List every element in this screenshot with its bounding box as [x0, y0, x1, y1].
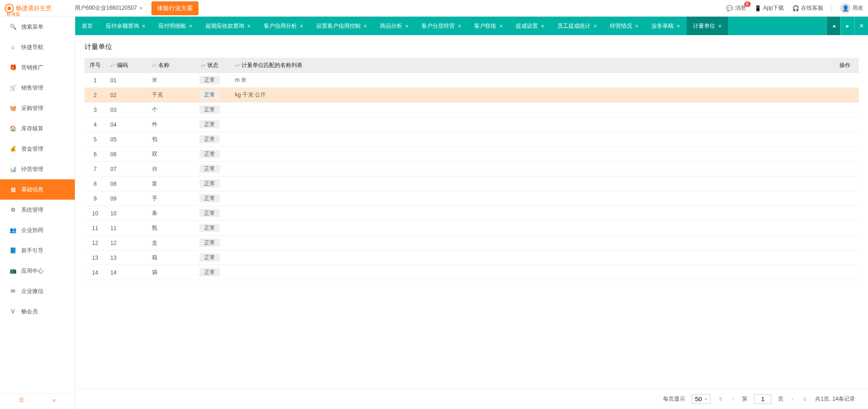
table-row[interactable]: 606双正常 — [84, 147, 859, 162]
sidebar-item-gear[interactable]: ⚙系统管理 — [0, 200, 75, 220]
close-icon[interactable]: ✕ — [718, 24, 722, 29]
app-download-button[interactable]: 📱 App下载 — [754, 4, 784, 12]
status-badge: 正常 — [199, 268, 220, 276]
close-icon[interactable]: ✕ — [189, 24, 193, 29]
last-page-button[interactable]: ⤋ — [801, 396, 808, 403]
trial-plan-button[interactable]: 体验行业方案 — [151, 1, 199, 15]
table-row[interactable]: 505包正常 — [84, 132, 859, 147]
sidebar-footer-icon[interactable]: ☵ — [19, 397, 24, 403]
first-page-button[interactable]: ⤊ — [717, 396, 724, 403]
sidebar-item-wallet[interactable]: 💰资金管理 — [0, 139, 75, 159]
close-icon[interactable]: ✕ — [593, 24, 597, 29]
sidebar-item-home[interactable]: ⌂快捷导航 — [0, 37, 75, 57]
sidebar-item-apps[interactable]: 📺应用中心 — [0, 261, 75, 281]
sidebar-item-gift[interactable]: 🎁营销推广 — [0, 57, 75, 78]
close-icon[interactable]: ✕ — [247, 24, 251, 29]
tab-提成设置[interactable]: 提成设置✕ — [509, 17, 551, 35]
sidebar-collapse-button[interactable]: « — [53, 397, 56, 403]
cell-match — [230, 191, 831, 206]
sidebar-item-team[interactable]: 👥企业协同 — [0, 220, 75, 240]
tab-设置客户信用控制[interactable]: 设置客户信用控制✕ — [310, 17, 374, 35]
tab-超期应收款查询[interactable]: 超期应收款查询✕ — [199, 17, 257, 35]
tab-客户分层经营[interactable]: 客户分层经营✕ — [415, 17, 468, 35]
sidebar-item-label: 销售管理 — [21, 84, 43, 92]
table-row[interactable]: 707台正常 — [84, 162, 859, 177]
chevron-down-icon: ▾ — [140, 6, 142, 11]
table-row[interactable]: 101米正常m 米 — [84, 73, 859, 88]
sidebar-item-cart[interactable]: 🛒销售管理 — [0, 78, 75, 98]
table-row[interactable]: 1111瓶正常 — [84, 221, 859, 236]
cell-op — [831, 88, 859, 103]
next-page-button[interactable]: › — [790, 396, 795, 403]
col-status[interactable]: ▴▾状态 — [189, 58, 230, 73]
message-icon: 💬 — [726, 5, 733, 12]
sidebar-item-warehouse[interactable]: 🏠库存核算 — [0, 118, 75, 139]
col-code[interactable]: ▴▾编码 — [106, 58, 147, 73]
info-icon: ▦ — [9, 186, 17, 193]
cell-code: 07 — [106, 162, 147, 177]
sidebar-item-wecom[interactable]: ✉企业微信 — [0, 281, 75, 301]
table-row[interactable]: 202千克正常kg 千克 公斤 — [84, 88, 859, 103]
table-row[interactable]: 404件正常 — [84, 117, 859, 132]
user-menu[interactable]: 👤 用友 — [840, 3, 863, 13]
tab-客户信用分析[interactable]: 客户信用分析✕ — [257, 17, 310, 35]
tab-客户联络[interactable]: 客户联络✕ — [468, 17, 509, 35]
tab-应付余额查询[interactable]: 应付余额查询✕ — [99, 17, 152, 35]
close-icon[interactable]: ✕ — [541, 24, 544, 29]
prev-page-button[interactable]: ‹ — [731, 396, 735, 403]
tab-scroll-left-button[interactable]: ◂ — [826, 17, 840, 35]
close-icon[interactable]: ✕ — [363, 24, 367, 29]
col-name[interactable]: ▴▾名称 — [147, 58, 189, 73]
table-row[interactable]: 1212盒正常 — [84, 236, 859, 250]
close-icon[interactable]: ✕ — [676, 24, 680, 29]
sort-icon: ▴▾ — [201, 64, 205, 67]
tab-scroll-right-button[interactable]: ▸ — [840, 17, 854, 35]
sidebar-item-book[interactable]: 📘新手引导 — [0, 240, 75, 261]
cell-seq: 10 — [84, 206, 106, 221]
page-input[interactable] — [754, 394, 772, 404]
cell-name: 米 — [147, 73, 189, 88]
sort-icon: ▴▾ — [110, 64, 115, 67]
logo[interactable]: 畅捷通好生意 标准版 — [5, 4, 52, 13]
online-service-button[interactable]: 🎧 在线客服 — [792, 4, 823, 12]
cell-match — [230, 221, 831, 236]
table-row[interactable]: 303个正常 — [84, 103, 859, 117]
tab-员工提成统计[interactable]: 员工提成统计✕ — [551, 17, 603, 35]
close-icon[interactable]: ✕ — [499, 24, 503, 29]
table-row[interactable]: 1414袋正常 — [84, 265, 859, 280]
sidebar-item-label: 企业微信 — [21, 287, 43, 295]
col-seq[interactable]: 序号 — [84, 58, 106, 73]
tab-label: 提成设置 — [516, 22, 538, 30]
close-icon[interactable]: ✕ — [635, 24, 639, 29]
tab-应付明细账[interactable]: 应付明细账✕ — [152, 17, 199, 35]
tab-首页[interactable]: 首页 — [75, 17, 99, 35]
tab-label: 应付明细账 — [158, 22, 186, 30]
table-row[interactable]: 808套正常 — [84, 177, 859, 191]
cell-code: 09 — [106, 191, 147, 206]
company-selector[interactable]: 用户690企业1660120507 ▾ — [75, 4, 142, 12]
sidebar-item-info[interactable]: ▦基础信息 — [0, 179, 75, 200]
cell-seq: 11 — [84, 221, 106, 236]
table-row[interactable]: 909手正常 — [84, 191, 859, 206]
per-page-select[interactable]: 50 — [692, 394, 711, 404]
close-icon[interactable]: ✕ — [142, 24, 145, 29]
sidebar-item-bag[interactable]: 🧺采购管理 — [0, 98, 75, 118]
messages-button[interactable]: 💬 消息 6 — [726, 4, 746, 12]
sidebar-item-chart[interactable]: 📊经营管理 — [0, 159, 75, 179]
sidebar-item-vip[interactable]: V畅会员 — [0, 301, 75, 322]
close-icon[interactable]: ✕ — [300, 24, 303, 29]
tab-close-all-button[interactable]: ✕ — [854, 17, 868, 35]
table-row[interactable]: 1313箱正常 — [84, 250, 859, 265]
tab-经营情况[interactable]: 经营情况✕ — [603, 17, 645, 35]
tab-商品分析[interactable]: 商品分析✕ — [374, 17, 415, 35]
cell-match — [230, 206, 831, 221]
tab-业务草稿[interactable]: 业务草稿✕ — [645, 17, 687, 35]
table-row[interactable]: 1010条正常 — [84, 206, 859, 221]
col-op[interactable]: 操作 — [831, 58, 859, 73]
tab-计量单位[interactable]: 计量单位✕ — [687, 17, 728, 35]
phone-icon: 📱 — [754, 5, 761, 12]
col-match[interactable]: ▴▾计量单位匹配的名称列表 — [230, 58, 831, 73]
close-icon[interactable]: ✕ — [458, 24, 461, 29]
sidebar-item-search[interactable]: 🔍搜索菜单 — [0, 17, 75, 37]
close-icon[interactable]: ✕ — [405, 24, 409, 29]
